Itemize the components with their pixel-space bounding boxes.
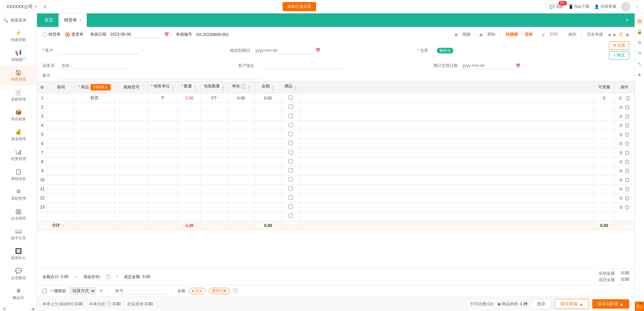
view-grid-icon[interactable]: ▦	[626, 32, 629, 37]
gift-checkbox[interactable]	[289, 168, 293, 172]
row-gift[interactable]	[281, 93, 300, 103]
copy-icon[interactable]: 📋	[624, 205, 630, 209]
copy-icon[interactable]: 📋	[624, 132, 630, 137]
gift-checkbox[interactable]	[289, 195, 293, 200]
row-product[interactable]: 拆页	[74, 93, 115, 103]
copy-icon[interactable]: 📋	[624, 150, 630, 155]
save-draft-button[interactable]: 保存草稿 ▲	[555, 299, 589, 309]
gift-checkbox[interactable]	[289, 204, 293, 209]
copy-icon[interactable]: 📋	[624, 114, 630, 119]
sidebar-item-wechat[interactable]: 💬 企业微信	[0, 264, 37, 284]
copy-icon[interactable]: 📋	[625, 96, 630, 101]
gift-checkbox[interactable]	[289, 114, 293, 118]
gift-checkbox[interactable]	[289, 186, 293, 191]
fee-split-button[interactable]: 费用分摊	[209, 288, 230, 294]
addr-dots[interactable]: ···	[344, 64, 347, 68]
right-icon-star[interactable]: ★	[636, 71, 644, 79]
customer-input[interactable]	[59, 47, 140, 54]
settings-button[interactable]: ⚙ 设置	[609, 41, 629, 50]
sidebar-collapse-icon[interactable]: ◀	[31, 307, 34, 311]
customer-addr-input[interactable]	[262, 62, 342, 69]
sidebar-item-purchase-mgmt[interactable]: 🛒 采购管理	[0, 85, 37, 105]
copy-icon[interactable]: 📋	[624, 168, 630, 173]
message-button[interactable]: 💬 消息 99+	[550, 4, 564, 9]
delete-icon[interactable]: 🗑	[619, 205, 623, 209]
row-amount[interactable]: 0.00	[255, 93, 281, 103]
delete-icon[interactable]: 🗑	[619, 187, 623, 191]
sidebar-item-sales-mgmt[interactable]: 🏠 销售管理	[0, 66, 37, 85]
sidebar-gear-icon[interactable]: ⚙	[3, 307, 6, 311]
sidebar-item-operations[interactable]: 📊 经营管理	[0, 145, 37, 165]
nav-next-icon[interactable]: ▶	[613, 32, 616, 37]
gift-checkbox[interactable]	[289, 159, 293, 163]
warehouse-dots[interactable]: ···	[602, 48, 605, 53]
row-barcode[interactable]	[47, 93, 74, 103]
dots-account[interactable]: ···	[171, 288, 174, 293]
right-icon-lock[interactable]: 🔒	[636, 28, 644, 36]
save-new-button[interactable]: 保存&新增 ▲	[592, 299, 629, 309]
company-selector[interactable]: XXXXXX公司 ▼	[3, 2, 40, 11]
gift-checkbox[interactable]	[289, 150, 293, 154]
sidebar-item-basic-info[interactable]: 📋 基础信息	[0, 165, 37, 185]
col-gear[interactable]: ⚙	[37, 81, 47, 93]
row-spec[interactable]	[115, 93, 148, 103]
date-input[interactable]	[108, 31, 162, 38]
account-input[interactable]	[113, 287, 167, 295]
right-icon-orange[interactable]: 🍊	[635, 302, 644, 311]
online-service-button[interactable]: 👤 在线客服	[594, 4, 616, 9]
right-icon-edit[interactable]: ✎	[636, 60, 644, 68]
delete-icon[interactable]: 🗑	[618, 96, 622, 101]
delivery-calendar-icon[interactable]: 📅	[516, 64, 521, 68]
sidebar-item-app-center[interactable]: 🔲 应用中心	[0, 244, 37, 264]
copy-icon[interactable]: 📋	[624, 105, 630, 110]
copy-icon[interactable]: 📋	[624, 159, 630, 164]
trial-button[interactable]: 体验行业方案	[282, 2, 316, 11]
row-price[interactable]: 0.00	[228, 93, 255, 103]
avatar[interactable]	[621, 2, 631, 11]
delete-icon[interactable]: 🗑	[619, 114, 623, 119]
discard-button[interactable]: 放弃	[531, 299, 551, 309]
fee-info-icon[interactable]: ?	[233, 288, 238, 293]
copy-icon[interactable]: 📋	[624, 141, 630, 146]
print-btn[interactable]: 打印	[548, 31, 560, 38]
right-icon-table[interactable]: ▤	[636, 17, 644, 25]
operate-btn[interactable]: 操作	[566, 31, 578, 38]
copy-icon[interactable]: 📋	[624, 187, 630, 191]
delete-icon[interactable]: 🗑	[619, 123, 623, 128]
radio-sales-order[interactable]: 销货单	[42, 32, 61, 37]
app-download-button[interactable]: 📱 App下载	[568, 4, 590, 9]
tab-sales-order[interactable]: 销货单 ×	[59, 13, 87, 27]
scan-button[interactable]: 扫码录入	[90, 84, 111, 90]
right-icon-percent[interactable]: %	[636, 49, 644, 57]
nav-prev-icon[interactable]: ◀	[608, 32, 611, 37]
gift-checkbox[interactable]	[289, 123, 293, 127]
customer-dots[interactable]: ···	[141, 48, 145, 53]
salesman-input[interactable]	[59, 62, 126, 69]
one-click-payment-checkbox[interactable]	[42, 289, 47, 293]
settings-icon[interactable]: ⚙	[43, 4, 47, 9]
calc-method-select[interactable]: 结算方式	[70, 287, 96, 295]
sidebar-item-marketing[interactable]: 📢 营销推广	[0, 46, 37, 66]
sidebar-item-capital-mgmt[interactable]: 💰 资金管理	[0, 125, 37, 145]
gift-checkbox[interactable]	[289, 132, 293, 136]
delete-icon[interactable]: 🗑	[619, 105, 623, 110]
copy-icon[interactable]: 📋	[624, 123, 630, 128]
sidebar-item-membership[interactable]: ♛ 畅会员	[0, 284, 37, 304]
delete-icon[interactable]: 🗑	[619, 150, 623, 155]
tab-close-icon[interactable]: ×	[79, 18, 81, 23]
delete-icon[interactable]: 🗑	[619, 178, 623, 182]
due-date-input[interactable]	[254, 47, 314, 54]
radio-return-order[interactable]: 退货单	[65, 32, 83, 37]
help-btn[interactable]: 帮助	[485, 31, 497, 38]
sidebar-item-newbie[interactable]: 📖 新手引导	[0, 224, 37, 244]
sidebar-item-system-mgmt[interactable]: ⚙ 系统管理	[0, 185, 37, 204]
gift-checkbox[interactable]	[289, 141, 293, 145]
due-date-calendar-icon[interactable]: 📅	[315, 48, 320, 53]
view-list-icon[interactable]: ☰	[619, 32, 623, 37]
select-order-btn[interactable]: 选单	[523, 31, 535, 38]
delete-icon[interactable]: 🗑	[619, 141, 623, 146]
copy-icon[interactable]: 📋	[624, 196, 630, 200]
logistics-button[interactable]: + 物流	[609, 51, 629, 60]
row-pack-qty[interactable]: 1个	[201, 93, 228, 103]
notes-input[interactable]	[59, 72, 261, 79]
